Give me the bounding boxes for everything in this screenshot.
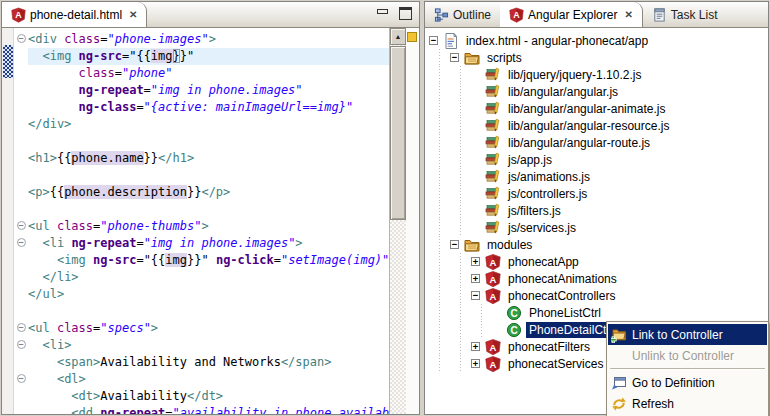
tree-toggle[interactable]: + bbox=[471, 355, 484, 372]
collapse-icon[interactable]: − bbox=[429, 36, 438, 45]
tree-row-phonecatapp[interactable]: +AphonecatApp bbox=[429, 253, 768, 270]
tab-phone-detail-html[interactable]: A phone-detail.html ✕ bbox=[2, 2, 147, 27]
tree-row-index-html-angular-phonecat-app[interactable]: −index.html - angular-phonecat/app bbox=[429, 32, 768, 49]
fold-minus-icon[interactable]: − bbox=[17, 323, 26, 332]
view-tab-angular-explorer[interactable]: AAngular Explorer✕ bbox=[500, 2, 643, 27]
tree-indent-guide bbox=[450, 355, 471, 372]
gutter-cell bbox=[14, 133, 28, 150]
code-line[interactable]: </li> bbox=[14, 269, 389, 286]
collapse-icon[interactable]: − bbox=[450, 240, 459, 249]
minimize-icon bbox=[377, 9, 388, 14]
tree-indent-guide bbox=[429, 202, 450, 219]
tree-row-lib-angular-angular-resource-js[interactable]: lib/angular/angular-resource.js bbox=[429, 117, 768, 134]
code-line[interactable]: <img ng-src="{{img}}" bbox=[14, 48, 389, 65]
code-line[interactable]: −<div class="phone-images"> bbox=[14, 31, 389, 48]
fold-minus-icon[interactable]: − bbox=[17, 238, 26, 247]
code-line[interactable]: <dt>Availability</dt> bbox=[14, 388, 389, 405]
tree-row-js-app-js[interactable]: js/app.js bbox=[429, 151, 768, 168]
scrollbar-thumb[interactable] bbox=[390, 46, 406, 220]
expand-icon[interactable]: + bbox=[471, 342, 480, 351]
code-line[interactable]: class="phone" bbox=[14, 65, 389, 82]
scroll-up-button[interactable]: ▲ bbox=[390, 28, 406, 45]
code-line[interactable]: </div> bbox=[14, 116, 389, 133]
code-token bbox=[28, 406, 71, 414]
view-tab-task-list[interactable]: Task List bbox=[643, 2, 727, 27]
collapse-icon[interactable]: − bbox=[471, 291, 480, 300]
code-line[interactable]: ng-repeat="img in phone.images" bbox=[14, 82, 389, 99]
svg-text:A: A bbox=[490, 358, 497, 369]
minimize-button[interactable] bbox=[375, 6, 390, 21]
code-line[interactable]: <img ng-src="{{img}}" ng-click="setImage… bbox=[14, 252, 389, 269]
code-line[interactable]: − <li ng-repeat="img in phone.images"> bbox=[14, 235, 389, 252]
code-line[interactable]: −<ul class="phone-thumbs"> bbox=[14, 218, 389, 235]
tree-item-label: phonecatAnimations bbox=[505, 271, 620, 287]
code-line[interactable]: −<ul class="specs"> bbox=[14, 320, 389, 337]
tree-toggle[interactable]: + bbox=[471, 253, 484, 270]
tree-row-js-animations-js[interactable]: js/animations.js bbox=[429, 168, 768, 185]
tree-row-js-controllers-js[interactable]: js/controllers.js bbox=[429, 185, 768, 202]
expand-icon[interactable]: + bbox=[471, 257, 480, 266]
tree-row-modules[interactable]: −modules bbox=[429, 236, 768, 253]
expand-icon[interactable]: + bbox=[471, 359, 480, 368]
svg-text:A: A bbox=[15, 10, 22, 20]
fold-collapse-control[interactable]: − bbox=[14, 218, 28, 235]
fold-collapse-control[interactable]: − bbox=[14, 31, 28, 48]
menu-separator bbox=[610, 368, 765, 369]
vertical-scrollbar[interactable]: ▲ bbox=[389, 28, 406, 414]
code-line[interactable] bbox=[14, 303, 389, 320]
fold-collapse-control[interactable]: − bbox=[14, 337, 28, 354]
link-icon bbox=[611, 327, 627, 343]
fold-minus-icon[interactable]: − bbox=[17, 34, 26, 43]
tree-row-js-filters-js[interactable]: js/filters.js bbox=[429, 202, 768, 219]
tree-toggle[interactable]: − bbox=[450, 49, 463, 66]
code-token: = bbox=[136, 100, 143, 114]
tree-toggle[interactable]: + bbox=[471, 338, 484, 355]
collapse-icon[interactable]: − bbox=[450, 53, 459, 62]
menu-item-link-to-controller[interactable]: Link to Controller bbox=[608, 324, 767, 345]
code-line[interactable]: <h1>{{phone.name}}</h1> bbox=[14, 150, 389, 167]
tree-row-lib-angular-angular-animate-js[interactable]: lib/angular/angular-animate.js bbox=[429, 100, 768, 117]
code-line[interactable]: ng-class="{active: mainImageUrl==img}" bbox=[14, 99, 389, 116]
code-line[interactable]: − <li> bbox=[14, 337, 389, 354]
code-line[interactable]: <p>{{phone.description}}</p> bbox=[14, 184, 389, 201]
fold-minus-icon[interactable]: − bbox=[17, 374, 26, 383]
tree-toggle[interactable]: + bbox=[471, 270, 484, 287]
code-line[interactable] bbox=[14, 201, 389, 218]
tree-row-js-services-js[interactable]: js/services.js bbox=[429, 219, 768, 236]
tree-row-lib-angular-angular-js[interactable]: lib/angular/angular.js bbox=[429, 83, 768, 100]
tab-close-icon[interactable]: ✕ bbox=[129, 9, 137, 20]
expand-icon[interactable]: + bbox=[471, 274, 480, 283]
code-line[interactable]: <dd ng-repeat="availability in phone.ava… bbox=[14, 405, 389, 414]
svg-text:A: A bbox=[490, 256, 497, 267]
tab-close-icon[interactable]: ✕ bbox=[624, 9, 632, 20]
maximize-button[interactable] bbox=[398, 6, 413, 21]
code-text: <h1>{{phone.name}}</h1> bbox=[28, 150, 389, 167]
tree-indent-guide bbox=[429, 236, 450, 253]
tree-toggle[interactable]: − bbox=[450, 236, 463, 253]
code-line[interactable]: </ul> bbox=[14, 286, 389, 303]
tree-row-phonecatanimations[interactable]: +AphonecatAnimations bbox=[429, 270, 768, 287]
fold-collapse-control[interactable]: − bbox=[14, 371, 28, 388]
tasklist-icon bbox=[652, 7, 667, 23]
code-line[interactable]: <span>Availability and Networks</span> bbox=[14, 354, 389, 371]
tree-row-phonelistctrl[interactable]: CPhoneListCtrl bbox=[429, 304, 768, 321]
tree-row-lib-angular-angular-route-js[interactable]: lib/angular/angular-route.js bbox=[429, 134, 768, 151]
overview-annotation-marker[interactable] bbox=[407, 32, 417, 42]
tree-row-phonecatcontrollers[interactable]: −AphonecatControllers bbox=[429, 287, 768, 304]
code-line[interactable]: − <dl> bbox=[14, 371, 389, 388]
tree-toggle[interactable]: − bbox=[471, 287, 484, 304]
code-line[interactable] bbox=[14, 133, 389, 150]
menu-item-go-to-definition[interactable]: Go to Definition bbox=[608, 372, 767, 393]
fold-minus-icon[interactable]: − bbox=[17, 340, 26, 349]
fold-collapse-control[interactable]: − bbox=[14, 235, 28, 252]
tree-toggle[interactable]: − bbox=[429, 32, 442, 49]
fold-minus-icon[interactable]: − bbox=[17, 221, 26, 230]
fold-collapse-control[interactable]: − bbox=[14, 320, 28, 337]
view-tab-outline[interactable]: Outline bbox=[425, 2, 500, 27]
tree-indent-guide bbox=[450, 168, 471, 185]
tree-row-scripts[interactable]: −scripts bbox=[429, 49, 768, 66]
tree-row-lib-jquery-jquery-1-10-2-js[interactable]: lib/jquery/jquery-1.10.2.js bbox=[429, 66, 768, 83]
menu-item-refresh[interactable]: Refresh bbox=[608, 393, 767, 414]
code-token: }} bbox=[144, 151, 158, 165]
code-line[interactable] bbox=[14, 167, 389, 184]
